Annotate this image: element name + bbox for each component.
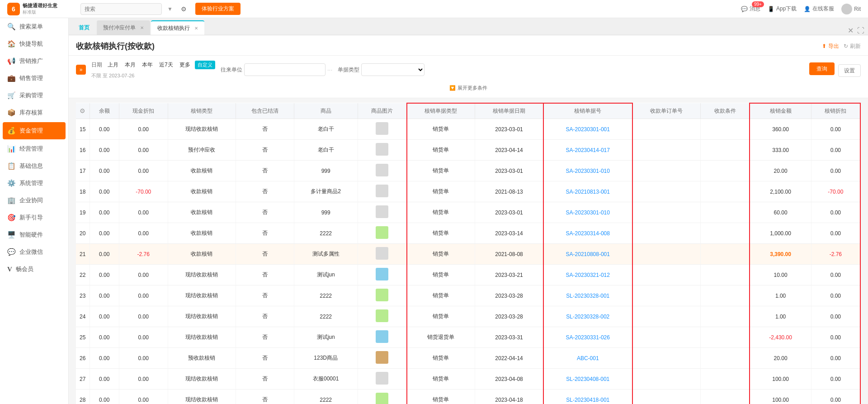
- table-row: 20 0.00 0.00 收款核销 否 2222 销货单 2023-03-14 …: [76, 223, 860, 244]
- cell-voucher-no: SA-20230321-012: [543, 265, 632, 285]
- expand-more-button[interactable]: 🔽 展开更多条件: [76, 83, 861, 93]
- voucher-no-link[interactable]: SL-20230408-001: [566, 376, 609, 382]
- cell-order-no: [632, 181, 701, 202]
- app-download-button[interactable]: 📱 App下载: [768, 5, 797, 13]
- cell-amount: 333.00: [750, 140, 811, 161]
- partner-dots-icon[interactable]: ···: [327, 66, 333, 73]
- cell-order-no: [632, 265, 701, 285]
- table-row: 23 0.00 0.00 现结收款核销 否 2222 销货单 2023-03-2…: [76, 285, 860, 306]
- tab-collection[interactable]: 收款核销执行 ✕: [151, 20, 204, 35]
- filter-arrow-button[interactable]: »: [76, 65, 86, 75]
- cta-button[interactable]: 体验行业方案: [195, 3, 241, 15]
- cell-voucher-no: SA-20210813-001: [543, 181, 632, 202]
- date-btn-this-year[interactable]: 本年: [140, 60, 155, 70]
- table-row: 19 0.00 0.00 收款核销 否 999 销货单 2023-03-01 S…: [76, 202, 860, 223]
- settings-icon[interactable]: ⚙: [178, 3, 190, 15]
- sidebar-item-finance[interactable]: 💰 资金管理: [3, 122, 66, 139]
- sidebar-item-base-info[interactable]: 📋 基础信息: [0, 157, 68, 175]
- filter-settings-button[interactable]: 设置: [838, 64, 861, 77]
- partner-input[interactable]: [244, 63, 326, 76]
- voucher-no-link[interactable]: SA-20230301-010: [566, 168, 610, 174]
- sidebar-item-hardware[interactable]: 🖥️ 智能硬件: [0, 226, 68, 243]
- voucher-no-link[interactable]: SA-20230414-017: [566, 147, 610, 153]
- online-service-button[interactable]: 👤 在线客服: [804, 5, 834, 13]
- date-btn-more[interactable]: 更多: [178, 60, 192, 70]
- date-btn-this-month[interactable]: 本月: [123, 60, 137, 70]
- tab-home[interactable]: 首页: [72, 20, 96, 35]
- sidebar-item-wechat[interactable]: 💬 企业微信: [0, 243, 68, 261]
- tab-collection-close[interactable]: ✕: [194, 26, 198, 31]
- voucher-no-link[interactable]: SA-20230331-026: [566, 334, 610, 341]
- cell-product-img: [358, 161, 407, 181]
- voucher-no-link[interactable]: SA-20230301-001: [566, 126, 610, 133]
- cell-payment-cond: [701, 119, 750, 140]
- sidebar-item-system[interactable]: ⚙️ 系统管理: [0, 175, 68, 192]
- sidebar-item-enterprise[interactable]: 🏢 企业协同: [0, 192, 68, 209]
- tab-prepay[interactable]: 预付冲应付单 ✕: [97, 20, 150, 35]
- tab-expand-icon[interactable]: ⛶: [857, 27, 864, 35]
- filter-date-section: 日期 上月 本月 本年 近7天 更多 自定义 不限 至 2023-07-26: [91, 60, 215, 79]
- voucher-no-link[interactable]: SA-20210813-001: [566, 189, 610, 195]
- sidebar-label: 基础信息: [19, 162, 43, 170]
- date-filter-label: 日期: [91, 61, 102, 69]
- cell-balance: 0.00: [90, 119, 119, 140]
- sidebar-item-sales[interactable]: 💼 销售管理: [0, 70, 68, 87]
- marketing-icon: 📢: [7, 57, 16, 65]
- sidebar-item-inventory[interactable]: 📦 库存核算: [0, 104, 68, 121]
- cell-balance: 0.00: [90, 285, 119, 306]
- export-button[interactable]: ⬆ 导出: [822, 43, 839, 50]
- cell-product: 测试jun: [294, 265, 358, 285]
- cell-cash-discount: 0.00: [119, 390, 168, 404]
- messages-button[interactable]: 💬 消息 99+: [741, 5, 760, 13]
- sidebar-item-search-menu[interactable]: 🔍 搜索菜单: [0, 18, 68, 35]
- cell-no: 18: [76, 181, 90, 202]
- cell-balance: 0.00: [90, 348, 119, 369]
- cell-product-img: [358, 119, 407, 140]
- cell-product: 老白干: [294, 140, 358, 161]
- tab-close-all-icon[interactable]: ✕: [848, 26, 854, 35]
- top-search-input[interactable]: [80, 3, 162, 15]
- voucher-no-link[interactable]: SL-20230328-002: [566, 314, 609, 320]
- cell-order-no: [632, 348, 701, 369]
- column-settings-icon[interactable]: ⚙: [80, 107, 85, 114]
- cell-voucher-no: SA-20230301-001: [543, 119, 632, 140]
- voucher-no-link[interactable]: SA-20230301-010: [566, 209, 610, 216]
- sidebar-item-guide[interactable]: 🎯 新手引导: [0, 209, 68, 226]
- sidebar-item-marketing[interactable]: 📢 营销推广: [0, 52, 68, 70]
- cell-voucher-type: 销货单: [407, 348, 475, 369]
- user-profile[interactable]: Rit: [841, 4, 861, 14]
- sidebar-item-member[interactable]: V 畅会员: [0, 261, 68, 278]
- refresh-button[interactable]: ↻ 刷新: [844, 43, 861, 50]
- cell-balance: 0.00: [90, 223, 119, 244]
- cell-cash-discount: 0.00: [119, 202, 168, 223]
- sidebar-item-purchase[interactable]: 🛒 采购管理: [0, 87, 68, 104]
- messages-badge: 99+: [752, 1, 764, 7]
- cell-product: 999: [294, 202, 358, 223]
- query-button[interactable]: 查询: [809, 62, 835, 75]
- home-icon: 🏠: [7, 40, 16, 48]
- voucher-no-link[interactable]: SA-20210808-001: [566, 251, 610, 257]
- date-btn-last-month[interactable]: 上月: [106, 60, 120, 70]
- sidebar-label: 采购管理: [19, 91, 43, 100]
- sidebar-item-business[interactable]: 📊 经营管理: [0, 140, 68, 157]
- expand-more-icon: 🔽: [449, 85, 456, 91]
- cell-voucher-type: 销货单: [407, 202, 475, 223]
- table-row: 18 0.00 -70.00 收款核销 否 多计量商品2 销货单 2021-08…: [76, 181, 860, 202]
- voucher-no-link[interactable]: SL-20230418-001: [566, 397, 609, 403]
- sidebar-item-quick-nav[interactable]: 🏠 快捷导航: [0, 35, 68, 52]
- date-btn-7days[interactable]: 近7天: [157, 60, 175, 70]
- search-menu-icon: 🔍: [7, 23, 16, 31]
- voucher-no-link[interactable]: SL-20230328-001: [566, 293, 609, 299]
- cell-voucher-no: SL-20230418-001: [543, 390, 632, 404]
- export-icon: ⬆: [822, 43, 826, 49]
- voucher-no-link[interactable]: ABC-001: [577, 355, 599, 361]
- voucher-type-select[interactable]: [361, 63, 425, 76]
- system-icon: ⚙️: [7, 179, 16, 187]
- cell-type: 现结收款核销: [168, 306, 236, 327]
- date-btn-custom[interactable]: 自定义: [195, 61, 215, 69]
- tab-prepay-close[interactable]: ✕: [140, 25, 144, 30]
- voucher-no-link[interactable]: SA-20230321-012: [566, 272, 610, 278]
- cell-order-no: [632, 140, 701, 161]
- voucher-no-link[interactable]: SA-20230314-008: [566, 230, 610, 237]
- cell-voucher-type: 销货单: [407, 306, 475, 327]
